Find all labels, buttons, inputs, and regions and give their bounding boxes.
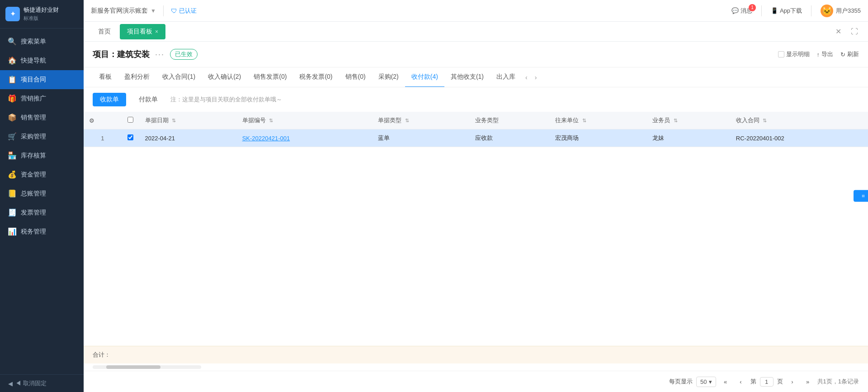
sidebar-item-contract[interactable]: 📋 项目合同 [0,70,84,89]
next-page-button[interactable]: › [787,376,798,387]
tab-home[interactable]: 首页 [91,24,118,39]
sidebar-item-inventory[interactable]: 🏪 库存核算 [0,146,84,165]
payment-btn[interactable]: 付款单 [132,93,165,106]
td-salesperson: 龙妹 [647,129,731,147]
refresh-button[interactable]: ↻ 刷新 [840,50,859,58]
cert-badge: 🛡 已认证 [171,7,197,15]
export-icon: ↑ [817,51,820,58]
right-float-button[interactable]: ≡ [854,190,868,202]
app-title-block: 畅捷通好业财 标准版 [24,6,59,22]
table-container: ⚙ 单据日期 ⇅ 单据编号 ⇅ [84,112,868,346]
tab-home-label: 首页 [98,28,111,36]
contract-icon: 📋 [8,76,16,84]
scrollbar-thumb[interactable] [106,365,160,369]
expand-window-button[interactable]: ⛶ [848,25,861,38]
sidebar-item-purchase[interactable]: 🛒 采购管理 [0,127,84,146]
user-menu[interactable]: 🐱 用户3355 [821,5,861,17]
prev-page-button[interactable]: ‹ [735,376,747,387]
sidebar-nav: 🔍 搜索菜单 🏠 快捷导航 📋 项目合同 🎁 营销推广 📦 销售管理 🛒 采购管… [0,29,84,374]
last-page-button[interactable]: » [802,376,814,387]
th-salesperson-label: 业务员 [652,117,670,124]
sidebar-item-marketing-label: 营销推广 [21,95,46,103]
phone-icon: 📱 [771,7,778,14]
th-income-contract-label: 收入合同 [736,117,760,124]
td-date: 2022-04-21 [140,129,237,147]
sub-tab-kanban[interactable]: 看板 [93,67,118,87]
sub-tab-income-contract[interactable]: 收入合同(1) [156,67,202,87]
account-selector[interactable]: 新服务官网演示账套 ▼ [91,7,156,15]
sidebar-item-sales[interactable]: 📦 销售管理 [0,108,84,127]
sidebar-unpin-button[interactable]: ◀ ◀ 取消固定 [0,374,84,392]
sidebar-item-search[interactable]: 🔍 搜索菜单 [0,32,84,51]
th-gear[interactable]: ⚙ [84,112,122,129]
sidebar-item-tax[interactable]: 📊 税务管理 [0,222,84,241]
export-button[interactable]: ↑ 导出 [817,50,834,58]
sub-tab-receipts[interactable]: 收付款(4) [405,67,444,87]
project-actions: 显示明细 ↑ 导出 ↻ 刷新 [778,50,859,58]
table-row[interactable]: 1 2022-04-21 SK-20220421-001 蓝单 应收款 宏茂商场… [84,129,868,147]
logo-icon: ✦ [10,10,16,18]
app-download-button[interactable]: 📱 App下载 [771,7,802,15]
th-partner[interactable]: 往来单位 ⇅ [550,112,647,129]
sidebar-item-ledger[interactable]: 📒 总账管理 [0,184,84,203]
sub-tab-sales[interactable]: 销售(0) [339,67,372,87]
sub-tab-other[interactable]: 其他收支(1) [444,67,490,87]
sidebar-item-tax-label: 税务管理 [21,228,46,236]
message-icon: 💬 [731,7,739,14]
th-salesperson[interactable]: 业务员 ⇅ [647,112,731,129]
show-detail-checkbox[interactable]: 显示明细 [778,50,810,58]
first-page-button[interactable]: « [720,376,731,387]
tab-close-icon[interactable]: × [155,29,158,35]
th-number[interactable]: 单据编号 ⇅ [237,112,373,129]
sidebar-item-search-label: 搜索菜单 [21,38,46,46]
close-window-button[interactable]: ✕ [832,25,844,38]
page-size-select[interactable]: 50 ▾ [696,377,716,387]
select-all-checkbox[interactable] [127,117,133,123]
topbar-divider-3 [811,5,811,16]
shield-icon: 🛡 [171,7,177,14]
table-footer: 合计： [84,346,868,363]
sub-tab-purchase[interactable]: 采购(2) [372,67,405,87]
sidebar-item-contract-label: 项目合同 [21,76,46,84]
sub-tab-income-confirm[interactable]: 收入确认(2) [202,67,247,87]
sub-tab-sales-invoice[interactable]: 销售发票(0) [247,67,293,87]
sidebar-item-finance[interactable]: 💰 资金管理 [0,165,84,184]
scrollbar-area [84,363,868,371]
sub-tab-tax-invoice[interactable]: 税务发票(0) [293,67,339,87]
tab-project-board[interactable]: 项目看板 × [120,24,165,39]
th-type[interactable]: 单据类型 ⇅ [373,112,470,129]
td-number[interactable]: SK-20220421-001 [237,129,373,147]
td-checkbox[interactable] [122,129,140,147]
page-size-value: 50 [700,378,707,385]
show-detail-checkbox-box[interactable] [778,51,784,57]
sort-salesperson-icon: ⇅ [674,118,678,123]
th-date[interactable]: 单据日期 ⇅ [140,112,237,129]
page-suffix: 页 [777,378,783,386]
sub-tab-inout[interactable]: 出入库 [490,67,522,87]
sidebar-item-quicknav[interactable]: 🏠 快捷导航 [0,51,84,70]
topbar-right: 💬 消息 1 📱 App下载 🐱 用户3355 [731,5,861,17]
th-number-label: 单据编号 [242,117,266,124]
doc-number-link[interactable]: SK-20220421-001 [242,135,290,142]
receipt-btn[interactable]: 收款单 [93,93,126,106]
horizontal-scrollbar[interactable] [93,365,201,369]
th-income-contract[interactable]: 收入合同 ⇅ [731,112,868,129]
row-checkbox[interactable] [127,134,133,140]
messages-button[interactable]: 💬 消息 1 [731,7,752,15]
project-more-button[interactable]: ··· [155,50,165,59]
tax-icon: 📊 [8,228,16,236]
receipt-toggle: 收款单 付款单 注：这里是与项目关联的全部收付款单哦～ [84,87,868,112]
sub-tabs-right-arrow[interactable]: › [531,68,541,86]
user-name: 用户3355 [836,7,861,15]
current-page-input[interactable]: 1 [760,377,774,387]
app-edition: 标准版 [24,15,59,22]
sub-tabs-left-arrow[interactable]: ‹ [522,68,531,86]
th-biztype-label: 业务类型 [475,117,499,124]
sub-tab-profit[interactable]: 盈利分析 [118,67,156,87]
sidebar-item-ledger-label: 总账管理 [21,190,46,198]
sidebar-item-marketing[interactable]: 🎁 营销推广 [0,89,84,108]
td-index: 1 [84,129,122,147]
unpin-icon: ◀ [8,380,13,387]
sidebar-item-invoice[interactable]: 🧾 发票管理 [0,203,84,222]
export-label: 导出 [821,50,833,58]
